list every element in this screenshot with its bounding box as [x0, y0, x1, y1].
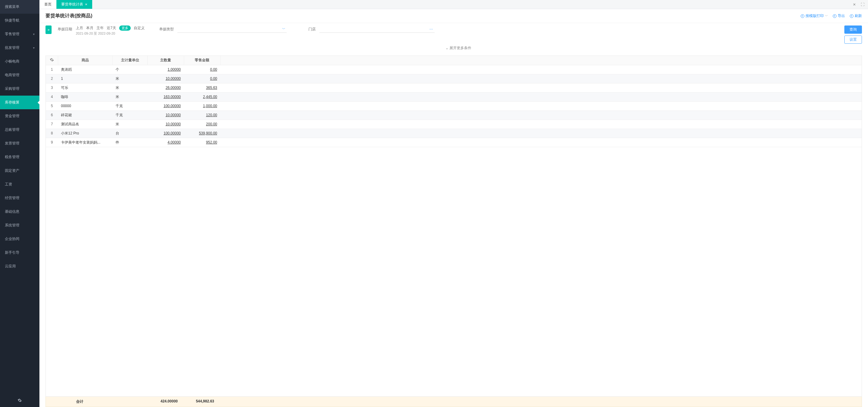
shortcut-this-year[interactable]: 主年 — [96, 26, 104, 31]
cell-qty[interactable]: 26.00000 — [147, 83, 184, 92]
cell-amount[interactable]: 0.00 — [184, 74, 220, 83]
cell-qty[interactable]: 10.00000 — [147, 111, 184, 120]
table-row[interactable]: 6碎花裙千克10.00000120.00 — [46, 111, 862, 120]
cell-index: 2 — [46, 74, 58, 83]
col-unit[interactable]: 主计量单位 — [113, 56, 147, 65]
sidebar-item-3[interactable]: 批发管理▾ — [0, 41, 39, 55]
page-header: 要货单统计表(按商品) 按模版打印 ﹀ 导出 刷新 — [39, 9, 868, 23]
sidebar-item-8[interactable]: 资金管理 — [0, 109, 39, 123]
sidebar-item-16[interactable]: 系统管理 — [0, 219, 39, 232]
export-button[interactable]: 导出 — [833, 13, 845, 19]
sidebar-item-19[interactable]: 云应用 — [0, 260, 39, 273]
cell-unit: 米 — [113, 92, 147, 101]
cell-product: 测试商品名 — [58, 120, 113, 129]
ellipsis-icon[interactable]: … — [429, 26, 433, 30]
sidebar-item-14[interactable]: 经营管理 — [0, 191, 39, 205]
cell-qty[interactable]: 1.00000 — [147, 65, 184, 74]
totals-label: 合计 — [61, 399, 110, 404]
sidebar-item-15[interactable]: 基础信息 — [0, 205, 39, 219]
table-row[interactable]: 4咖啡米163.000002,445.00 — [46, 92, 862, 101]
col-qty[interactable]: 主数量 — [147, 56, 184, 65]
cell-amount[interactable]: 539,900.00 — [184, 129, 220, 138]
tab-close-all-icon[interactable]: ✕ — [851, 1, 857, 8]
sidebar-item-12[interactable]: 固定资产 — [0, 164, 39, 178]
cell-qty[interactable]: 100.00000 — [147, 129, 184, 138]
cell-qty[interactable]: 100.00000 — [147, 101, 184, 111]
cell-qty[interactable]: 163.00000 — [147, 92, 184, 101]
table-row[interactable]: 7测试商品名米10.00000200.00 — [46, 120, 862, 129]
filter-date-label: 单据日期 — [55, 26, 72, 32]
cell-qty[interactable]: 10.00000 — [147, 120, 184, 129]
shortcut-this-month[interactable]: 本月 — [86, 26, 93, 31]
tab-home-label: 首页 — [44, 2, 52, 7]
cell-amount[interactable]: 2,445.00 — [184, 92, 220, 101]
col-gear[interactable] — [46, 56, 58, 65]
sidebar-item-2[interactable]: 零售管理▾ — [0, 27, 39, 41]
sidebar-item-11[interactable]: 税务管理 — [0, 150, 39, 164]
table-row[interactable]: 1奥涛蹈个1.000000.00 — [46, 65, 862, 74]
export-label: 导出 — [838, 13, 845, 19]
sidebar-item-label: 搜索菜单 — [5, 4, 20, 9]
date-range-display: 2021-09-20 至 2022-09-20 — [76, 31, 145, 36]
cell-unit: 件 — [113, 138, 147, 147]
sidebar-item-6[interactable]: 采购管理 — [0, 82, 39, 96]
fullscreen-icon[interactable]: ⛶ — [860, 1, 866, 8]
sidebar-item-5[interactable]: 电商管理 — [0, 68, 39, 82]
sidebar-item-10[interactable]: 发票管理 — [0, 137, 39, 150]
sidebar-item-13[interactable]: 工资 — [0, 178, 39, 191]
settings-button[interactable]: 设置 — [844, 35, 862, 44]
cell-index: 5 — [46, 101, 58, 111]
shortcut-last7[interactable]: 近7天 — [107, 26, 116, 31]
export-icon — [833, 14, 836, 18]
cell-amount[interactable]: 952.00 — [184, 138, 220, 147]
tab-home[interactable]: 首页 — [39, 0, 56, 9]
tab-active[interactable]: 要货单统计表 ✕ — [56, 0, 92, 9]
refresh-button[interactable]: 刷新 — [850, 13, 862, 19]
sidebar-item-label: 税务管理 — [5, 154, 20, 159]
cell-qty[interactable]: 4.00000 — [147, 138, 184, 147]
sidebar-item-0[interactable]: 搜索菜单 — [0, 0, 39, 14]
shortcut-last-month[interactable]: 上月 — [76, 26, 83, 31]
doc-type-select[interactable]: ﹀ — [178, 26, 287, 33]
table-row[interactable]: 21米10.000000.00 — [46, 74, 862, 83]
cell-amount[interactable]: 200.00 — [184, 120, 220, 129]
sidebar-item-4[interactable]: 小畅电商 — [0, 55, 39, 68]
cell-amount[interactable]: 365.63 — [184, 83, 220, 92]
cell-amount[interactable]: 120.00 — [184, 111, 220, 120]
sidebar-item-label: 采购管理 — [5, 86, 20, 91]
store-select[interactable]: … — [319, 26, 435, 33]
cell-product: 咖啡 — [58, 92, 113, 101]
shortcut-custom[interactable]: 自定义 — [134, 26, 145, 31]
cell-amount[interactable]: 0.00 — [184, 65, 220, 74]
table-row[interactable]: 8小米12 Pro台100.00000539,900.00 — [46, 129, 862, 138]
sidebar-item-7[interactable]: 库存核算 — [0, 96, 39, 109]
refresh-label: 刷新 — [855, 13, 862, 19]
shortcut-more-badge[interactable]: 更多 — [119, 26, 131, 31]
sidebar-item-17[interactable]: 企业协同 — [0, 232, 39, 246]
cell-qty[interactable]: 10.00000 — [147, 74, 184, 83]
collapse-filter-handle[interactable]: » — [45, 26, 52, 34]
page-title: 要货单统计表(按商品) — [45, 13, 93, 19]
filter-doc-type-label: 单据类型 — [157, 26, 174, 32]
search-button[interactable]: 查询 — [844, 26, 862, 34]
cell-index: 8 — [46, 129, 58, 138]
table-row[interactable]: 9卡伊美中老年女装妈妈...件4.00000952.00 — [46, 138, 862, 147]
cell-index: 9 — [46, 138, 58, 147]
cell-unit: 米 — [113, 83, 147, 92]
sidebar-item-1[interactable]: 快捷导航 — [0, 14, 39, 27]
sidebar-item-9[interactable]: 总账管理 — [0, 123, 39, 137]
sidebar: 搜索菜单快捷导航零售管理▾批发管理▾小畅电商电商管理采购管理库存核算资金管理总账… — [0, 0, 39, 407]
expand-more-filters[interactable]: ⌄ 展开更多条件 — [55, 44, 862, 53]
table-row[interactable]: 500000千克100.000001,000.00 — [46, 101, 862, 111]
col-product[interactable]: 商品 — [58, 56, 113, 65]
sidebar-item-label: 快捷导航 — [5, 18, 20, 23]
print-button[interactable]: 按模版打印 ﹀ — [801, 13, 828, 19]
table-row[interactable]: 3可乐米26.00000365.63 — [46, 83, 862, 92]
close-icon[interactable]: ✕ — [85, 3, 87, 6]
sidebar-item-18[interactable]: 新手引导 — [0, 246, 39, 260]
chevron-down-icon: ▾ — [33, 46, 35, 50]
cell-amount[interactable]: 1,000.00 — [184, 101, 220, 111]
col-amount[interactable]: 零售金额 — [184, 56, 220, 65]
sidebar-settings[interactable] — [0, 395, 39, 407]
data-table: 商品 主计量单位 主数量 零售金额 1奥涛蹈个1.000000.0021米10.… — [46, 56, 862, 147]
